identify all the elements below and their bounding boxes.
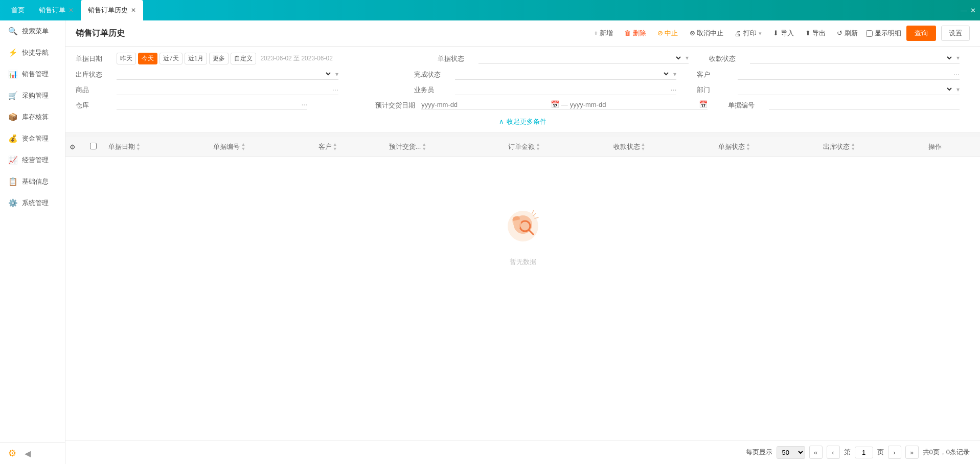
th-operation: 操作: [924, 137, 980, 157]
print-button[interactable]: 🖨 打印 ▾: [732, 27, 765, 40]
next-page-btn[interactable]: ›: [888, 446, 901, 459]
collapse-icon: ∧: [499, 118, 504, 125]
tab-sales-order-history-close[interactable]: ✕: [131, 7, 136, 14]
calendar-end-icon: 📅: [699, 100, 708, 108]
page-size-select[interactable]: 10 20 50 100: [777, 446, 805, 459]
sort-arrows-receipt[interactable]: ▲▼: [641, 142, 646, 151]
print-icon: 🖨: [735, 30, 741, 37]
sidebar-item-inventory[interactable]: 📦 库存核算: [0, 106, 65, 128]
receipt-status-select[interactable]: [750, 54, 953, 62]
doc-number-input[interactable]: [769, 101, 960, 108]
import-button[interactable]: ⬇ 导入: [770, 27, 797, 40]
delete-button[interactable]: 🗑 删除: [621, 27, 649, 40]
trend-icon: 📈: [8, 156, 18, 165]
sort-arrows-doc-no[interactable]: ▲▼: [241, 142, 245, 151]
clipboard-icon: 📋: [8, 177, 18, 186]
complete-status-label: 完成状态: [414, 70, 455, 79]
date-more-btn[interactable]: 更多: [209, 53, 229, 64]
sidebar-item-purchase-mgmt[interactable]: 🛒 采购管理: [0, 85, 65, 106]
export-button[interactable]: ⬆ 导出: [802, 27, 829, 40]
date-yesterday-btn[interactable]: 昨天: [117, 53, 136, 64]
empty-text: 暂无数据: [510, 257, 536, 267]
select-all-checkbox[interactable]: [90, 143, 97, 149]
sidebar-item-quick-nav[interactable]: ⚡ 快捷导航: [0, 42, 65, 63]
warehouse-input[interactable]: [117, 101, 298, 108]
filter-row-4: 仓库 ··· 预计交货日期 📅 — 📅 单据编号: [76, 100, 970, 110]
sidebar-item-label: 搜索菜单: [22, 27, 49, 36]
sidebar-item-search-menu[interactable]: 🔍 搜索菜单: [0, 20, 65, 42]
tab-sales-order-close[interactable]: ✕: [69, 7, 74, 14]
sort-arrows-customer[interactable]: ▲▼: [333, 142, 337, 151]
customer-more-icon[interactable]: ···: [953, 70, 960, 78]
first-page-btn[interactable]: «: [809, 446, 823, 459]
warehouse-control: ···: [117, 100, 307, 110]
tab-home[interactable]: 首页: [4, 0, 32, 20]
stop-button[interactable]: ⊘ 中止: [654, 27, 681, 40]
department-select[interactable]: [738, 85, 953, 94]
table-settings-icon[interactable]: ⚙: [70, 143, 76, 151]
receipt-status-label: 收款状态: [709, 54, 750, 63]
sidebar-item-label: 快捷导航: [22, 48, 49, 57]
tab-sales-order[interactable]: 销售订单 ✕: [32, 0, 81, 20]
sidebar-item-finance[interactable]: 💰 资金管理: [0, 128, 65, 149]
filter-area: 单据日期 昨天 今天 近7天 近1月 更多 自定义 2023-06-02 至 2…: [65, 47, 980, 133]
complete-status-select[interactable]: [455, 70, 671, 78]
window-minimize[interactable]: —: [961, 7, 967, 14]
date-1month-btn[interactable]: 近1月: [185, 53, 208, 64]
empty-illustration: [497, 198, 549, 249]
refresh-button[interactable]: ↺ 刷新: [834, 27, 861, 40]
doc-status-select[interactable]: [478, 54, 682, 62]
query-button[interactable]: 查询: [906, 26, 936, 41]
salesperson-more-icon[interactable]: ···: [671, 85, 677, 94]
display-detail-checkbox[interactable]: [866, 30, 873, 37]
product-input[interactable]: [117, 85, 329, 93]
settings-th: ⚙: [65, 137, 86, 157]
doc-number-control: [769, 101, 960, 110]
product-more-icon[interactable]: ···: [332, 85, 338, 94]
display-detail-checkbox-label[interactable]: 显示明细: [866, 29, 901, 38]
sidebar-item-sales-mgmt[interactable]: 📊 销售管理: [0, 63, 65, 85]
last-page-btn[interactable]: »: [905, 446, 919, 459]
delivery-date-end[interactable]: [570, 101, 697, 108]
sidebar-bottom: ⚙ ◀: [0, 442, 65, 464]
page-number-input[interactable]: [855, 447, 873, 458]
th-receipt-status: 收款状态 ▲▼: [609, 137, 714, 157]
date-today-btn[interactable]: 今天: [138, 53, 157, 64]
cancel-stop-button[interactable]: ⊗ 取消中止: [687, 27, 727, 40]
collapse-conditions[interactable]: ∧ 收起更多条件: [76, 115, 970, 126]
sidebar-item-basic-info[interactable]: 📋 基础信息: [0, 171, 65, 192]
lightning-icon: ⚡: [8, 48, 18, 57]
sort-arrows-doc-status[interactable]: ▲▼: [746, 142, 750, 151]
sidebar-settings-icon[interactable]: ⚙: [8, 448, 16, 459]
customer-input[interactable]: [738, 70, 950, 78]
sort-arrows-doc-date[interactable]: ▲▼: [136, 142, 141, 151]
sidebar-item-operations[interactable]: 📈 经营管理: [0, 149, 65, 171]
date-custom-btn[interactable]: 自定义: [231, 53, 256, 64]
sort-arrows-amount[interactable]: ▲▼: [536, 142, 540, 151]
sort-arrows-out-status[interactable]: ▲▼: [851, 142, 855, 151]
doc-status-control: ▾: [478, 54, 688, 64]
salesperson-input[interactable]: [455, 85, 668, 93]
money-icon: 💰: [8, 134, 18, 143]
salesperson-label: 业务员: [414, 85, 455, 95]
delivery-date-start[interactable]: [421, 101, 548, 108]
page-header: 销售订单历史 + 新增 🗑 删除 ⊘ 中止 ⊗ 取消中止 🖨 打印 ▾ ⬇ 导入…: [65, 20, 980, 47]
print-dropdown-icon[interactable]: ▾: [759, 30, 762, 37]
window-close[interactable]: ✕: [970, 7, 976, 14]
prev-page-btn[interactable]: ‹: [827, 446, 840, 459]
sort-arrows-delivery[interactable]: ▲▼: [422, 142, 426, 151]
new-button[interactable]: + 新增: [591, 27, 616, 40]
sidebar-collapse-icon[interactable]: ◀: [25, 449, 31, 458]
salesperson-control: ···: [455, 85, 677, 95]
tab-sales-order-history[interactable]: 销售订单历史 ✕: [81, 0, 143, 20]
out-status-select[interactable]: [117, 70, 332, 78]
sidebar-item-label: 基础信息: [22, 177, 49, 186]
setting-button[interactable]: 设置: [941, 26, 970, 41]
date-7days-btn[interactable]: 近7天: [159, 53, 183, 64]
sidebar-item-system[interactable]: ⚙️ 系统管理: [0, 192, 65, 214]
th-out-status: 出库状态 ▲▼: [819, 137, 924, 157]
date-dash: —: [561, 101, 568, 108]
content: 销售订单历史 + 新增 🗑 删除 ⊘ 中止 ⊗ 取消中止 🖨 打印 ▾ ⬇ 导入…: [65, 20, 980, 464]
filter-row-3: 商品 ··· 业务员 ··· 部门 ▾: [76, 85, 970, 95]
warehouse-more-icon[interactable]: ···: [301, 100, 307, 108]
